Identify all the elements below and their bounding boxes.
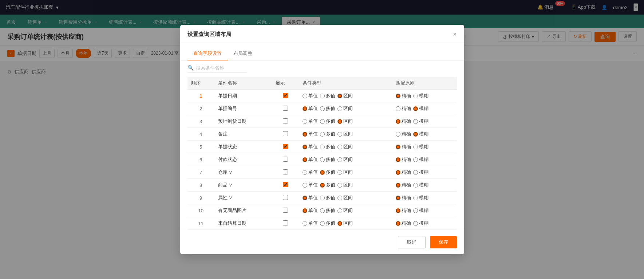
order-cell: 7 <box>187 166 214 179</box>
table-row: 3预计到货日期单值多值区间精确模糊 <box>187 115 457 128</box>
match-radio-模糊[interactable]: 模糊 <box>413 207 428 214</box>
match-radio-精确[interactable]: 精确 <box>396 118 411 125</box>
type-radio-单值[interactable]: 单值 <box>303 194 318 201</box>
col-match: 匹配原则 <box>392 77 457 90</box>
type-radio-区间[interactable]: 区间 <box>337 194 353 201</box>
table-row: 10有无商品图片单值多值区间精确模糊 <box>187 204 457 217</box>
search-wrap: 🔍 <box>187 65 247 72</box>
name-cell: 属性 ∨ <box>214 192 272 204</box>
save-button[interactable]: 保存 <box>430 236 457 248</box>
display-checkbox[interactable] <box>283 118 288 123</box>
type-radio-单值[interactable]: 单值 <box>303 182 318 188</box>
display-checkbox[interactable] <box>283 169 288 174</box>
match-radio-模糊[interactable]: 模糊 <box>413 93 428 99</box>
type-radio-单值[interactable]: 单值 <box>303 93 318 99</box>
match-radio-精确[interactable]: 精确 <box>396 93 411 99</box>
display-checkbox[interactable] <box>283 195 288 200</box>
main-content: 采购订单统计表(按供应商) 🖨 按模板打印 ▾ ↗ 导出 ↻ 刷新 查询 设置 … <box>0 28 644 279</box>
match-radio-精确[interactable]: 精确 <box>396 144 411 150</box>
type-cell: 单值多值区间 <box>299 166 392 179</box>
match-cell: 精确模糊 <box>392 153 457 166</box>
type-radio-单值[interactable]: 单值 <box>303 220 318 227</box>
col-name: 条件名称 <box>214 77 272 90</box>
match-radio-精确[interactable]: 精确 <box>396 131 411 137</box>
match-radio-精确[interactable]: 精确 <box>396 220 411 227</box>
type-radio-区间[interactable]: 区间 <box>337 118 353 125</box>
col-order: 顺序 <box>187 77 214 90</box>
type-cell: 单值多值区间 <box>299 217 392 230</box>
type-radio-区间[interactable]: 区间 <box>337 156 353 163</box>
match-radio-模糊[interactable]: 模糊 <box>413 182 428 188</box>
display-checkbox[interactable] <box>283 106 288 111</box>
type-radio-多值[interactable]: 多值 <box>320 131 335 137</box>
type-radio-区间[interactable]: 区间 <box>337 169 353 176</box>
match-radio-精确[interactable]: 精确 <box>396 156 411 163</box>
match-radio-模糊[interactable]: 模糊 <box>413 144 428 150</box>
display-checkbox[interactable] <box>283 182 288 187</box>
match-radio-模糊[interactable]: 模糊 <box>413 220 428 227</box>
type-radio-多值[interactable]: 多值 <box>320 220 335 227</box>
search-input[interactable] <box>196 65 247 71</box>
display-checkbox[interactable] <box>283 93 288 98</box>
match-cell: 精确模糊 <box>392 192 457 204</box>
display-checkbox[interactable] <box>283 220 288 225</box>
type-radio-区间[interactable]: 区间 <box>337 105 353 112</box>
display-checkbox[interactable] <box>283 208 288 213</box>
type-cell: 单值多值区间 <box>299 141 392 153</box>
table-row: 9属性 ∨单值多值区间精确模糊 <box>187 192 457 204</box>
order-cell: 3 <box>187 115 214 128</box>
type-radio-单值[interactable]: 单值 <box>303 207 318 214</box>
dialog-tab-layout[interactable]: 布局调整 <box>228 47 258 60</box>
display-cell <box>272 115 299 128</box>
match-radio-精确[interactable]: 精确 <box>396 105 411 112</box>
match-radio-模糊[interactable]: 模糊 <box>413 131 428 137</box>
match-radio-模糊[interactable]: 模糊 <box>413 105 428 112</box>
dialog-close-button[interactable]: × <box>453 31 457 38</box>
type-radio-区间[interactable]: 区间 <box>337 207 353 214</box>
modal-overlay: 设置查询区域布局 × 查询字段设置 布局调整 🔍 <box>0 0 644 279</box>
type-radio-多值[interactable]: 多值 <box>320 182 335 188</box>
type-radio-单值[interactable]: 单值 <box>303 118 318 125</box>
type-radio-单值[interactable]: 单值 <box>303 144 318 150</box>
type-radio-多值[interactable]: 多值 <box>320 93 335 99</box>
type-radio-区间[interactable]: 区间 <box>337 220 353 227</box>
display-checkbox[interactable] <box>283 144 288 149</box>
type-radio-多值[interactable]: 多值 <box>320 156 335 163</box>
match-radio-模糊[interactable]: 模糊 <box>413 156 428 163</box>
type-radio-多值[interactable]: 多值 <box>320 105 335 112</box>
type-radio-多值[interactable]: 多值 <box>320 118 335 125</box>
match-radio-模糊[interactable]: 模糊 <box>413 169 428 176</box>
type-radio-区间[interactable]: 区间 <box>337 131 353 137</box>
cancel-button[interactable]: 取消 <box>398 236 426 248</box>
display-checkbox[interactable] <box>283 157 288 162</box>
display-cell <box>272 192 299 204</box>
match-radio-精确[interactable]: 精确 <box>396 194 411 201</box>
name-cell: 商品 ∨ <box>214 179 272 192</box>
type-radio-区间[interactable]: 区间 <box>337 144 353 150</box>
dialog-tab-fields[interactable]: 查询字段设置 <box>187 47 228 60</box>
name-cell: 预计到货日期 <box>214 115 272 128</box>
type-radio-多值[interactable]: 多值 <box>320 207 335 214</box>
type-radio-单值[interactable]: 单值 <box>303 169 318 176</box>
display-checkbox[interactable] <box>283 131 288 136</box>
type-radio-多值[interactable]: 多值 <box>320 194 335 201</box>
type-radio-单值[interactable]: 单值 <box>303 156 318 163</box>
type-radio-多值[interactable]: 多值 <box>320 144 335 150</box>
match-radio-模糊[interactable]: 模糊 <box>413 194 428 201</box>
type-radio-区间[interactable]: 区间 <box>337 182 353 188</box>
type-radio-单值[interactable]: 单值 <box>303 131 318 137</box>
match-radio-精确[interactable]: 精确 <box>396 169 411 176</box>
match-radio-精确[interactable]: 精确 <box>396 207 411 214</box>
table-row: 4备注单值多值区间精确模糊 <box>187 128 457 141</box>
type-cell: 单值多值区间 <box>299 204 392 217</box>
order-cell: 1 <box>187 90 214 102</box>
table-row: 1单据日期单值多值区间精确模糊 <box>187 90 457 102</box>
match-radio-精确[interactable]: 精确 <box>396 182 411 188</box>
match-radio-模糊[interactable]: 模糊 <box>413 118 428 125</box>
type-radio-区间[interactable]: 区间 <box>337 93 353 99</box>
order-cell: 8 <box>187 179 214 192</box>
type-cell: 单值多值区间 <box>299 102 392 115</box>
type-radio-单值[interactable]: 单值 <box>303 105 318 112</box>
type-radio-多值[interactable]: 多值 <box>320 169 335 176</box>
match-cell: 精确模糊 <box>392 204 457 217</box>
